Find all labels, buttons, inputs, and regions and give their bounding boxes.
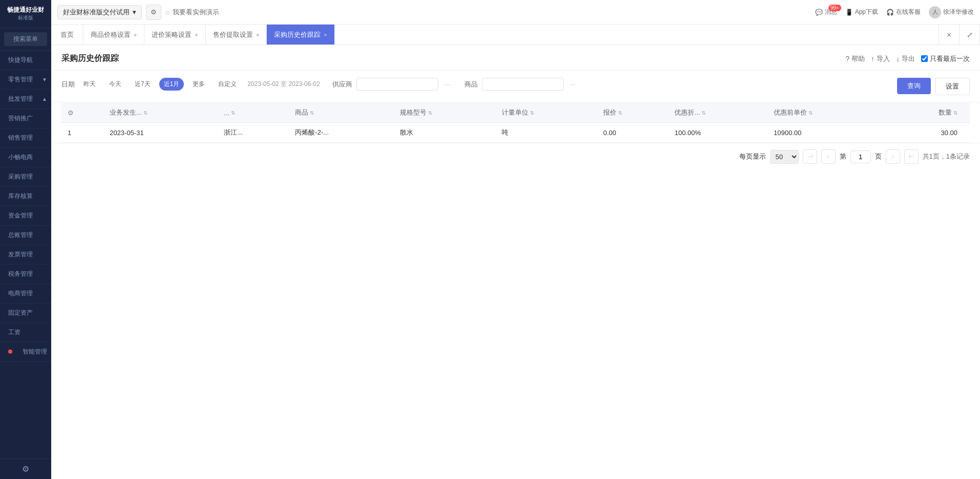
sort-icon-date: ⇅ — [143, 110, 147, 116]
smart-label: 智能管理 — [23, 347, 47, 356]
import-button[interactable]: ↑ 导入 — [871, 54, 890, 63]
sidebar-item-ecommerce[interactable]: 电商管理 — [0, 284, 51, 303]
th-date-label: 业务发生... — [110, 108, 142, 117]
tab-price[interactable]: 商品价格设置 × — [83, 25, 144, 45]
tabbar: 首页 商品价格设置 × 进价策略设置 × 售价提取设置 × 采购历史价跟踪 × … — [51, 25, 980, 45]
supplier-more-icon[interactable]: ··· — [442, 80, 452, 88]
sort-extra[interactable]: ... ⇅ — [224, 109, 235, 117]
sidebar-item-purchase[interactable]: 采购管理 — [0, 167, 51, 187]
topbar-settings-button[interactable]: ⚙ — [146, 5, 161, 20]
sidebar-item-quick-nav[interactable]: 快捷导航 — [0, 51, 51, 70]
app-download-button[interactable]: 📱 App下载 — [845, 8, 878, 16]
page-number-input[interactable] — [850, 150, 871, 163]
page-prev-button[interactable]: ‹ — [821, 149, 836, 164]
sidebar-item-sales[interactable]: 销售管理 — [0, 128, 51, 148]
sidebar-item-ledger[interactable]: 总账管理 — [0, 226, 51, 245]
sidebar-item-inventory[interactable]: 库存核算 — [0, 187, 51, 206]
query-button[interactable]: 查询 — [897, 78, 931, 94]
cell-quantity: 30.00 — [884, 123, 970, 143]
tab-price-label: 商品价格设置 — [91, 30, 131, 39]
filter-actions: 查询 设置 — [897, 78, 970, 95]
product-selector[interactable]: 好业财标准版交付试用 ▾ — [57, 5, 142, 19]
message-button[interactable]: 💬 消息 99+ — [815, 8, 837, 16]
tab-close-all-button[interactable]: × — [939, 25, 960, 45]
phone-icon: 📱 — [845, 9, 853, 16]
only-latest-label: 只看最后一次 — [930, 54, 970, 63]
quick-nav-label: 快捷导航 — [8, 56, 33, 64]
sort-icon-price: ⇅ — [618, 110, 622, 116]
page-first-button[interactable]: ⊣ — [803, 149, 817, 164]
sort-unit[interactable]: 计量单位 ⇅ — [502, 108, 534, 117]
sort-goods[interactable]: 商品 ⇅ — [295, 108, 314, 117]
demo-button[interactable]: ○ 我要看实例演示 — [165, 8, 219, 17]
supplier-input[interactable] — [356, 78, 438, 91]
goods-input[interactable] — [482, 78, 564, 91]
sidebar-item-finance[interactable]: 资金管理 — [0, 206, 51, 226]
date-btn-custom[interactable]: 自定义 — [214, 78, 241, 91]
sidebar-item-ecommerce-small[interactable]: 小畅电商 — [0, 148, 51, 167]
sidebar-item-marketing[interactable]: 营销推广 — [0, 109, 51, 128]
smart-dot-icon — [8, 348, 14, 355]
date-range-text: 2023-05-02 至 2023-06-02 — [247, 80, 319, 89]
sort-discount[interactable]: 优惠折... ⇅ — [674, 108, 706, 117]
tab-expand-button[interactable]: ⤢ — [960, 25, 980, 45]
sidebar-item-retail[interactable]: 零售管理 ▼ — [0, 70, 51, 90]
page-next-button[interactable]: › — [886, 149, 900, 164]
sidebar-item-smart[interactable]: 智能管理 — [0, 342, 51, 362]
help-button[interactable]: ? 帮助 — [845, 54, 865, 63]
sidebar-item-invoice[interactable]: 发票管理 — [0, 245, 51, 265]
online-service-button[interactable]: 🎧 在线客服 — [886, 8, 921, 16]
goods-more-icon[interactable]: ··· — [568, 80, 578, 88]
app-label: App下载 — [855, 8, 878, 16]
date-btn-yesterday[interactable]: 昨天 — [79, 78, 100, 91]
cell-unit-price: 10900.00 — [768, 123, 884, 143]
sort-unit-price[interactable]: 优惠前单价 ⇅ — [774, 108, 813, 117]
tab-history-price[interactable]: 采购历史价跟踪 × — [267, 25, 334, 45]
tab-home[interactable]: 首页 — [51, 25, 83, 45]
tab-purchase-strategy-close[interactable]: × — [195, 32, 198, 38]
th-discount-label: 优惠折... — [674, 108, 700, 117]
demo-text: 我要看实例演示 — [173, 8, 219, 17]
gear-icon[interactable]: ⚙ — [68, 109, 74, 117]
tab-sale-price[interactable]: 售价提取设置 × — [206, 25, 267, 45]
th-quantity-label: 数量 — [939, 108, 952, 117]
sidebar-settings-icon[interactable]: ⚙ — [22, 465, 29, 473]
settings-button[interactable]: 设置 — [935, 78, 970, 95]
sidebar-item-tax[interactable]: 税务管理 — [0, 265, 51, 284]
export-button[interactable]: ↓ 导出 — [896, 54, 915, 63]
user-profile-button[interactable]: 人 徐泽华修改 — [929, 6, 974, 18]
page-title: 采购历史价跟踪 — [61, 53, 119, 64]
sidebar-item-salary[interactable]: 工资 — [0, 323, 51, 342]
tab-purchase-strategy[interactable]: 进价策略设置 × — [144, 25, 205, 45]
date-btn-7days[interactable]: 近7天 — [130, 78, 155, 91]
page-inner: 采购历史价跟踪 ? 帮助 ↑ 导入 ↓ 导出 — [51, 45, 980, 479]
page-size-select[interactable]: 50 10 20 100 — [770, 150, 799, 164]
cell-spec: 散水 — [394, 123, 496, 143]
table-wrapper: ⚙ 业务发生... ⇅ ... ⇅ — [51, 103, 980, 143]
date-btn-1month[interactable]: 近1月 — [159, 78, 184, 91]
product-selector-text: 好业财标准版交付试用 — [63, 8, 130, 17]
import-icon: ↑ — [871, 55, 875, 63]
cell-unit: 吨 — [496, 123, 598, 143]
sort-date[interactable]: 业务发生... ⇅ — [110, 108, 147, 117]
tab-sale-price-close[interactable]: × — [256, 32, 259, 38]
sort-quantity[interactable]: 数量 ⇅ — [939, 108, 957, 117]
sort-icon-unit: ⇅ — [530, 110, 534, 116]
date-btn-today[interactable]: 今天 — [104, 78, 126, 91]
table-header-row: ⚙ 业务发生... ⇅ ... ⇅ — [61, 103, 970, 123]
sort-spec[interactable]: 规格型号 ⇅ — [400, 108, 432, 117]
sort-price[interactable]: 报价 ⇅ — [603, 108, 622, 117]
th-price-label: 报价 — [603, 108, 616, 117]
tab-history-price-close[interactable]: × — [324, 32, 327, 38]
only-latest-checkbox[interactable] — [921, 55, 928, 62]
message-badge: 99+ — [828, 5, 841, 11]
date-btn-more[interactable]: 更多 — [188, 78, 209, 91]
sidebar-item-assets[interactable]: 固定资产 — [0, 303, 51, 323]
sidebar-item-wholesale[interactable]: 批发管理 ▲ — [0, 90, 51, 109]
tab-price-close[interactable]: × — [134, 32, 137, 38]
page-last-button[interactable]: ⊢ — [904, 149, 919, 164]
tab-sale-price-label: 售价提取设置 — [213, 30, 253, 39]
search-menu-button[interactable]: 搜索菜单 — [4, 32, 47, 46]
page-total: 共1页，1条记录 — [923, 152, 970, 161]
tab-history-price-label: 采购历史价跟踪 — [274, 30, 321, 39]
